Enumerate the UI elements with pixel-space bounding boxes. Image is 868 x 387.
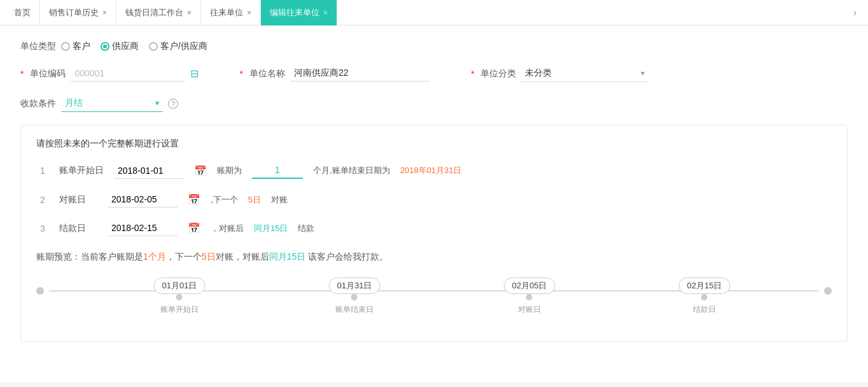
period-num-3: 3 xyxy=(36,223,49,234)
radio-supplier[interactable]: 供应商 xyxy=(101,41,139,52)
timeline-dot-2 xyxy=(351,294,358,300)
period-cal-3[interactable]: 📅 xyxy=(188,222,200,234)
unit-category-label: 单位分类 xyxy=(480,68,516,80)
preview-prefix: 账期预览：当前客户账期是 xyxy=(36,251,143,262)
unit-name-label: 单位名称 xyxy=(249,68,285,80)
unit-type-field: 单位类型 客户 供应商 客户/供应商 xyxy=(20,41,207,52)
payment-condition-label: 收款条件 xyxy=(20,98,56,109)
timeline: 01月01日 账单开始日 01月31日 账单结束日 02月05日 对账日 02月… xyxy=(36,278,832,328)
unit-code-field: * 单位编码 ⊟ xyxy=(20,66,199,81)
timeline-node-3: 02月05日 对账日 xyxy=(504,278,556,315)
unit-category-required: * xyxy=(471,69,474,79)
close-contacts-icon[interactable]: × xyxy=(247,8,251,17)
timeline-end-dot xyxy=(824,287,832,295)
period-desc-suffix-1: 个月,账单结束日期为 xyxy=(313,165,390,176)
timeline-badge-2: 01月31日 xyxy=(329,278,381,294)
tab-bar: 首页 销售订单历史 × 钱货日清工作台 × 往来单位 × 编辑往来单位 × › xyxy=(0,0,868,25)
unit-name-field: * 单位名称 xyxy=(239,66,430,81)
timeline-start-dot xyxy=(36,287,44,295)
close-sales-history-icon[interactable]: × xyxy=(102,8,107,17)
period-months-input[interactable] xyxy=(252,162,303,179)
period-date-3[interactable] xyxy=(108,220,178,236)
close-cash-work-icon[interactable]: × xyxy=(187,8,192,17)
timeline-dot-1 xyxy=(176,294,183,300)
period-card-title: 请按照未来的一个完整帐期进行设置 xyxy=(36,138,832,150)
period-row-3: 3 结款日 📅 ，对账后 同月15日 结款 xyxy=(36,220,832,236)
radio-both[interactable]: 客户/供应商 xyxy=(149,41,207,52)
timeline-label-2: 账单结束日 xyxy=(335,304,374,315)
unit-code-required: * xyxy=(20,69,24,79)
tab-home[interactable]: 首页 xyxy=(5,0,40,25)
radio-customer-circle[interactable] xyxy=(61,42,70,51)
period-row-1: 1 账单开始日 📅 账期为 个月,账单结束日期为 2018年01月31日 xyxy=(36,162,832,179)
radio-both-circle[interactable] xyxy=(149,42,158,51)
timeline-node-4: 02月15日 结款日 xyxy=(679,278,731,315)
period-cal-2[interactable]: 📅 xyxy=(188,194,200,206)
close-edit-contacts-icon[interactable]: × xyxy=(323,8,328,17)
payment-condition-select[interactable]: 月结 ▾ xyxy=(61,95,163,112)
radio-supplier-circle[interactable] xyxy=(101,42,109,51)
preview-part3: 5日 xyxy=(202,251,216,262)
radio-customer[interactable]: 客户 xyxy=(61,41,90,52)
period-desc-3-suffix: 结款 xyxy=(298,223,314,234)
preview-part2: ，下一个 xyxy=(166,251,202,262)
period-desc-3-highlight: 同月15日 xyxy=(254,223,288,234)
timeline-badge-3: 02月05日 xyxy=(504,278,556,294)
period-desc-3-prefix: ，对账后 xyxy=(211,223,244,234)
tab-contacts[interactable]: 往来单位 × xyxy=(201,0,261,25)
unit-category-value: 未分类 xyxy=(525,67,637,79)
period-label-2: 对账日 xyxy=(59,194,97,206)
period-cal-1[interactable]: 📅 xyxy=(194,165,207,177)
period-label-3: 结款日 xyxy=(59,223,97,234)
payment-condition-chevron: ▾ xyxy=(155,99,159,108)
unit-type-row: 单位类型 客户 供应商 客户/供应商 xyxy=(20,41,848,52)
unit-info-row: * 单位编码 ⊟ * 单位名称 * 单位分类 未分类 ▾ xyxy=(20,65,848,82)
tab-sales-history-label: 销售订单历史 xyxy=(49,7,99,18)
main-content: 单位类型 客户 供应商 客户/供应商 * 单位编码 xyxy=(0,25,868,382)
period-desc-prefix-1: 账期为 xyxy=(217,165,242,176)
unit-category-field: * 单位分类 未分类 ▾ xyxy=(471,65,648,82)
period-desc-2-highlight: 5日 xyxy=(248,194,261,206)
payment-condition-value: 月结 xyxy=(65,97,151,109)
period-num-2: 2 xyxy=(36,195,49,205)
unit-code-copy-icon[interactable]: ⊟ xyxy=(190,67,199,80)
tab-sales-history[interactable]: 销售订单历史 × xyxy=(40,0,116,25)
tab-cash-work-label: 钱货日清工作台 xyxy=(125,7,183,18)
preview-part4: 对账，对账后 xyxy=(216,251,269,262)
tab-edit-contacts[interactable]: 编辑往来单位 × xyxy=(261,0,337,25)
period-date-1[interactable] xyxy=(114,163,184,179)
unit-category-select[interactable]: 未分类 ▾ xyxy=(521,65,648,82)
preview-part6: 该客户会给我打款。 xyxy=(308,251,388,262)
unit-type-label: 单位类型 xyxy=(20,41,56,52)
tab-home-label: 首页 xyxy=(14,7,31,18)
tab-cash-work[interactable]: 钱货日清工作台 × xyxy=(116,0,201,25)
timeline-label-1: 账单开始日 xyxy=(160,304,199,315)
unit-category-chevron: ▾ xyxy=(641,69,645,78)
preview-part5: 同月15日 xyxy=(269,251,306,262)
preview-part1: 1个月 xyxy=(143,251,166,262)
period-date-2[interactable] xyxy=(108,192,178,208)
unit-type-radio-group: 客户 供应商 客户/供应商 xyxy=(61,41,207,52)
unit-code-input[interactable] xyxy=(71,66,185,81)
period-num-1: 1 xyxy=(36,165,49,176)
preview-text: 账期预览：当前客户账期是1个月，下一个5日对账，对账后同月15日 该客户会给我打… xyxy=(36,249,832,265)
timeline-node-1: 01月01日 账单开始日 xyxy=(154,278,206,315)
unit-code-label: 单位编码 xyxy=(30,68,66,80)
period-desc-2-suffix: 对账 xyxy=(271,194,288,206)
period-end-date: 2018年01月31日 xyxy=(400,165,462,176)
timeline-node-2: 01月31日 账单结束日 xyxy=(329,278,381,315)
unit-name-required: * xyxy=(239,69,242,79)
radio-customer-label: 客户 xyxy=(73,41,90,52)
timeline-dot-3 xyxy=(526,294,533,300)
radio-both-label: 客户/供应商 xyxy=(160,41,207,52)
period-card: 请按照未来的一个完整帐期进行设置 1 账单开始日 📅 账期为 个月,账单结束日期… xyxy=(20,125,848,342)
period-desc-2-prefix: ,下一个 xyxy=(211,194,238,206)
tab-more-button[interactable]: › xyxy=(847,7,863,18)
timeline-badge-1: 01月01日 xyxy=(154,278,206,294)
tab-edit-contacts-label: 编辑往来单位 xyxy=(270,7,319,18)
payment-condition-help-icon[interactable]: ? xyxy=(168,99,178,109)
payment-condition-field: 收款条件 月结 ▾ ? xyxy=(20,95,178,112)
timeline-label-4: 结款日 xyxy=(693,304,716,315)
timeline-badge-4: 02月15日 xyxy=(679,278,731,294)
unit-name-input[interactable] xyxy=(290,66,430,81)
